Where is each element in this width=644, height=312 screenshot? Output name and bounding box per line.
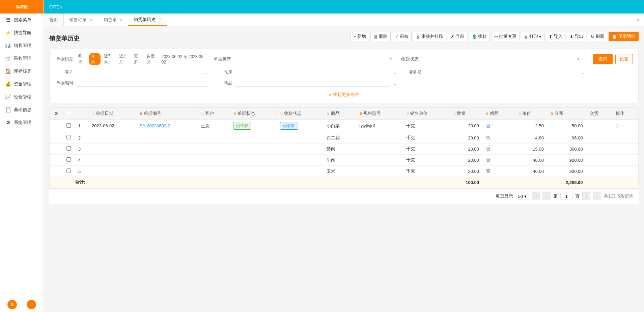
import-button[interactable]: ⬆ 导入 xyxy=(546,32,565,41)
doc-no-link[interactable]: SA-20230602-0 xyxy=(140,123,170,128)
collapse-btn[interactable]: ∧ 收起更多条件 xyxy=(55,90,633,99)
th-qty[interactable]: ⇅ 数量 xyxy=(449,108,482,120)
refresh-button[interactable]: ↻ 刷新 xyxy=(588,32,607,41)
export-button[interactable]: ⬇ 导出 xyxy=(567,32,586,41)
doc-no-input[interactable] xyxy=(76,79,207,87)
sidebar-settings-btn[interactable]: ⚙ xyxy=(7,300,17,309)
approve-button[interactable]: ✓ 审核 xyxy=(392,32,412,41)
tab-sales-order[interactable]: 销售订单 ✕ xyxy=(64,14,98,26)
tab-sales-history-close[interactable]: ✕ xyxy=(159,18,161,21)
sidebar-item-finance[interactable]: 💰 资金管理 xyxy=(0,78,44,90)
tab-sales-goods-close[interactable]: ✕ xyxy=(120,18,122,22)
sidebar-item-purchase-mgmt[interactable]: 🛒 采购管理 xyxy=(0,52,44,65)
page-input[interactable] xyxy=(560,193,572,200)
td-checkbox[interactable] xyxy=(63,155,75,166)
abandon-button[interactable]: ✗ 弃审 xyxy=(448,32,467,41)
sidebar-item-basic-info[interactable]: 📋 基础信息 xyxy=(0,103,44,116)
th-unit[interactable]: ⇅ 销售单位 xyxy=(403,108,450,120)
prev-page-btn[interactable]: ⟨ xyxy=(542,192,551,200)
sidebar-item-sales-mgmt[interactable]: 📊 销售管理 xyxy=(0,39,44,52)
print-approve-button[interactable]: 🖨 审核并打印 xyxy=(413,32,446,41)
sidebar-item-sys-mgmt[interactable]: ⚙ 系统管理 xyxy=(0,116,44,129)
td-checkbox[interactable] xyxy=(63,166,75,177)
row-checkbox[interactable] xyxy=(66,157,71,162)
td-settings xyxy=(50,166,63,177)
td-doc-status xyxy=(230,144,277,155)
th-doc-status[interactable]: ⇅ 单据状态 xyxy=(230,108,277,120)
td-action[interactable]: ⊞ ⋯ xyxy=(612,120,638,132)
tab-home[interactable]: 首页 xyxy=(44,14,64,26)
th-settings[interactable]: ⚙ xyxy=(50,108,63,120)
sidebar-item-quick-nav[interactable]: ⚡ 快捷导航 xyxy=(0,26,44,39)
td-action xyxy=(612,132,638,144)
query-button[interactable]: 查询 xyxy=(593,54,613,64)
page-size-label: 每页显示 xyxy=(496,193,513,199)
edit-link[interactable]: ⊞ xyxy=(615,124,619,128)
td-pay-status xyxy=(277,155,324,166)
salesperson-dots[interactable]: ... xyxy=(582,70,586,75)
add-button[interactable]: + 新增 xyxy=(351,32,369,41)
td-checkbox[interactable] xyxy=(63,132,75,144)
tab-sales-order-close[interactable]: ✕ xyxy=(90,18,92,22)
table-footer: 合计: 100.00 2,286.00 xyxy=(50,177,638,188)
last-page-btn[interactable]: ⟩⟩ xyxy=(593,192,601,200)
tab-sales-history[interactable]: 销货单历史 ✕ xyxy=(128,14,167,26)
next-page-btn[interactable]: ⟩ xyxy=(582,192,590,200)
th-goods[interactable]: ⇅ 商品 xyxy=(323,108,356,120)
warehouse-dots[interactable]: ... xyxy=(392,70,396,75)
payment-status-select[interactable]: ▾ xyxy=(421,56,581,62)
th-amount[interactable]: ⇅ 金额 xyxy=(547,108,586,120)
goods-input[interactable] xyxy=(235,79,390,87)
show-detail-button[interactable]: 📋 显示明细 xyxy=(609,32,639,41)
first-page-btn[interactable]: ⟨⟨ xyxy=(532,192,540,200)
date-tag-7days[interactable]: 近7天 xyxy=(102,53,115,65)
customer-dots[interactable]: ... xyxy=(203,70,207,75)
sidebar-item-inventory[interactable]: 🏠 库存核算 xyxy=(0,65,44,78)
date-tag-1month[interactable]: 近1月 xyxy=(117,53,131,65)
row-checkbox[interactable] xyxy=(66,135,71,139)
th-gift[interactable]: ⇅ 赠品 xyxy=(482,108,515,120)
sidebar-item-operations[interactable]: 📈 经营管理 xyxy=(0,90,44,103)
th-spec[interactable]: ⇅ 规格型号 xyxy=(356,108,403,120)
salesperson-input[interactable] xyxy=(424,69,579,76)
set-button[interactable]: 设置 xyxy=(615,54,633,64)
customer-input[interactable] xyxy=(76,69,200,76)
date-tag-today[interactable]: 今天 xyxy=(89,53,101,65)
print-arrow-icon: ▾ xyxy=(539,34,541,39)
td-doc-no[interactable]: SA-20230602-0 xyxy=(136,120,198,132)
warehouse-input[interactable] xyxy=(235,69,390,76)
row-checkbox[interactable] xyxy=(66,123,71,128)
print-button[interactable]: 🖨 打印 ▾ xyxy=(521,32,544,41)
quick-nav-icon: ⚡ xyxy=(5,30,11,36)
batch-change-button[interactable]: ✏ 批量变更 xyxy=(491,32,520,41)
th-doc-no[interactable]: ⇅ 单据编号 xyxy=(136,108,198,120)
td-amount: 96.00 xyxy=(547,132,586,144)
td-row-no: 3 xyxy=(75,144,88,155)
date-tag-more[interactable]: 更多 xyxy=(132,53,143,65)
select-all-checkbox[interactable] xyxy=(67,111,71,115)
th-customer[interactable]: ⇅ 客户 xyxy=(197,108,230,120)
th-pay-status[interactable]: ⇅ 收款状态 xyxy=(277,108,324,120)
td-checkbox[interactable] xyxy=(63,144,75,155)
th-unit-price[interactable]: ⇅ 单价 xyxy=(515,108,547,120)
td-date xyxy=(88,144,136,155)
th-row-no xyxy=(75,108,88,120)
tab-sales-goods[interactable]: 销货单 ✕ xyxy=(98,14,128,26)
collect-button[interactable]: 💲 收款 xyxy=(469,32,490,41)
doc-type-select[interactable]: ▾ xyxy=(234,56,393,62)
row-checkbox[interactable] xyxy=(66,146,71,151)
th-date[interactable]: ⇅ 单据日期 xyxy=(88,108,136,120)
main-content: OfTEn 首页 销售订单 ✕ 销货单 ✕ 销货单历史 ✕ ✕ 销货单历史 + xyxy=(44,0,644,312)
tab-bar-close-btn[interactable]: ✕ xyxy=(632,17,644,22)
th-checkbox[interactable] xyxy=(63,108,75,120)
row-checkbox[interactable] xyxy=(66,168,71,173)
more-link[interactable]: ⋯ xyxy=(620,124,624,128)
sidebar-item-search-menu[interactable]: ☰ 搜索菜单 xyxy=(0,14,44,26)
goods-dots[interactable]: ... xyxy=(392,80,396,86)
delete-button[interactable]: 🗑 删除 xyxy=(370,32,391,41)
td-checkbox[interactable] xyxy=(63,120,75,132)
page-size-select[interactable]: 50 ▾ xyxy=(516,193,529,200)
date-tag-custom[interactable]: 自定义 xyxy=(145,53,160,65)
date-tag-yesterday[interactable]: 昨天 xyxy=(76,53,88,65)
sidebar-pause-btn[interactable]: ⏸ xyxy=(27,300,36,309)
